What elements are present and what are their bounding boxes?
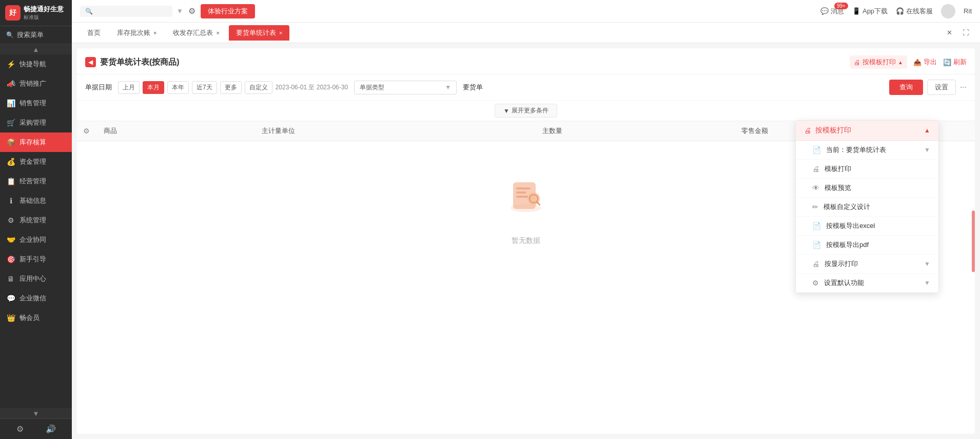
date-btn-this-year[interactable]: 本年 (167, 81, 189, 94)
table-th-unit: 主计量单位 (256, 121, 536, 141)
current-template-left: 📄 当前：要货单统计表 (812, 145, 886, 155)
table-th-settings[interactable]: ⚙ (77, 121, 97, 141)
message-icon: 💬 (820, 7, 829, 15)
date-btn-custom[interactable]: 自定义 (245, 81, 272, 94)
svg-rect-2 (516, 187, 531, 189)
sidebar-item-quick-nav[interactable]: ⚡ 快捷导航 (0, 54, 72, 74)
collab-icon: 🤝 (6, 236, 15, 244)
sidebar-scroll-down[interactable]: ▼ (0, 408, 72, 418)
empty-icon (503, 172, 549, 228)
dropdown-default-fn[interactable]: ⚙ 设置默认功能 ▼ (796, 274, 938, 293)
tab-collection-summary-close[interactable]: × (216, 30, 219, 36)
tab-close-all-btn[interactable]: ✕ (943, 27, 955, 39)
inventory-icon: 📦 (6, 138, 15, 146)
tab-collection-summary[interactable]: 收发存汇总表 × (166, 25, 226, 41)
operations-icon: 📋 (6, 177, 15, 185)
sidebar-scroll-up[interactable]: ▲ (0, 44, 72, 54)
sidebar-item-label: 营销推广 (19, 79, 66, 88)
member-icon: 👑 (6, 314, 15, 322)
sidebar-item-collab[interactable]: 🤝 企业协同 (0, 230, 72, 250)
page-title: 要货单统计表(按商品) (100, 57, 180, 68)
template-preview-icon: 👁 (812, 184, 819, 192)
tab-order-stats-close[interactable]: × (279, 30, 282, 36)
expand-more-filters-btn[interactable]: ▼ 展开更多条件 (495, 104, 557, 118)
logo-icon: 好 (5, 5, 21, 21)
sidebar-item-purchase[interactable]: 🛒 采购管理 (0, 113, 72, 132)
app-download-item[interactable]: 📱 App下载 (852, 7, 888, 16)
sidebar-item-inventory[interactable]: 📦 库存核算 (0, 132, 72, 152)
more-options-icon[interactable]: ··· (960, 83, 967, 92)
online-service-item[interactable]: 🎧 在线客服 (896, 7, 933, 16)
sidebar-item-operations[interactable]: 📋 经营管理 (0, 171, 72, 191)
tab-batch-accounts-label: 库存批次账 (117, 28, 150, 37)
print-template-btn[interactable]: 🖨 按模板打印 ▲ (850, 55, 907, 69)
order-type-select[interactable]: 单据类型 ▼ (354, 81, 457, 94)
wechat-icon: 💬 (6, 294, 15, 302)
logo-text: 畅捷通好生意 标准版 (24, 5, 64, 21)
dropdown-item-template-print[interactable]: 🖨 模板打印 (796, 160, 938, 179)
topbar-gear-icon[interactable]: ⚙ (188, 6, 195, 16)
tab-order-stats[interactable]: 要货单统计表 × (229, 25, 289, 41)
default-fn-arrow: ▼ (924, 279, 930, 287)
tab-batch-accounts-close[interactable]: × (153, 30, 156, 36)
sidebar-item-sales[interactable]: 📊 销售管理 (0, 93, 72, 113)
username-label: Rit (964, 7, 972, 15)
date-btn-last-month[interactable]: 上月 (118, 81, 140, 94)
topbar-dropdown-arrow[interactable]: ▼ (177, 7, 183, 15)
tab-home[interactable]: 首页 (80, 25, 108, 41)
table-column-settings-icon[interactable]: ⚙ (83, 127, 90, 135)
sidebar-item-label: 快捷导航 (19, 60, 66, 69)
settings-btn[interactable]: 设置 (927, 80, 956, 95)
date-btn-7days[interactable]: 近7天 (192, 81, 217, 94)
dropdown-item-template-design[interactable]: ✏ 模板自定义设计 (796, 198, 938, 217)
sidebar-search[interactable]: 🔍 搜索菜单 (0, 26, 72, 44)
collapse-sidebar-btn[interactable]: ◀ (85, 57, 96, 67)
right-scrollbar[interactable] (972, 211, 975, 272)
sidebar-item-member[interactable]: 👑 畅会员 (0, 308, 72, 328)
topbar-search[interactable]: 🔍 (80, 6, 172, 17)
refresh-btn[interactable]: 🔄 刷新 (943, 58, 967, 67)
dropdown-display-print[interactable]: 🖨 按显示打印 ▼ (796, 255, 938, 274)
sidebar-item-app-center[interactable]: 🖥 应用中心 (0, 269, 72, 289)
current-template-arrow: ▼ (924, 146, 930, 154)
tab-maximize-btn[interactable]: ⛶ (959, 27, 972, 39)
sidebar-item-basic-info[interactable]: ℹ 基础信息 (0, 191, 72, 211)
page-content: ◀ 要货单统计表(按商品) 🖨 按模板打印 ▲ 📤 导出 🔄 刷新 (77, 48, 975, 434)
messages-item[interactable]: 💬 消息 99+ (820, 7, 844, 16)
sidebar-item-marketing[interactable]: 📣 营销推广 (0, 74, 72, 93)
display-print-left: 🖨 按显示打印 (812, 259, 858, 269)
col-goods-label: 商品 (104, 127, 117, 135)
headset-icon: 🎧 (896, 7, 904, 15)
topbar-right: 💬 消息 99+ 📱 App下载 🎧 在线客服 Rit (820, 4, 972, 18)
dropdown-current-template[interactable]: 📄 当前：要货单统计表 ▼ (796, 141, 938, 160)
dropdown-item-template-preview[interactable]: 👁 模板预览 (796, 179, 938, 198)
app-tag: 标准版 (24, 14, 64, 21)
user-avatar[interactable] (941, 4, 955, 18)
date-btn-this-month[interactable]: 本月 (143, 81, 164, 94)
footer-speaker-icon[interactable]: 🔊 (46, 424, 56, 434)
dropdown-item-export-excel[interactable]: 📄 按模板导出excel (796, 217, 938, 236)
system-icon: ⚙ (6, 216, 15, 224)
sidebar-item-finance[interactable]: 💰 资金管理 (0, 152, 72, 171)
footer-settings-icon[interactable]: ⚙ (16, 424, 24, 434)
sidebar-item-wechat[interactable]: 💬 企业微信 (0, 289, 72, 308)
dropdown-header[interactable]: 🖨 按模板打印 ▲ (796, 121, 938, 141)
sidebar-item-guide[interactable]: 🎯 新手引导 (0, 250, 72, 269)
dropdown-header-left: 🖨 按模板打印 (804, 126, 851, 135)
order-goods-label: 要货单 (463, 83, 483, 92)
sidebar-item-system[interactable]: ⚙ 系统管理 (0, 211, 72, 230)
template-print-label: 模板打印 (825, 164, 851, 174)
sidebar-footer: ⚙ 🔊 (0, 418, 72, 439)
default-fn-left: ⚙ 设置默认功能 (812, 278, 864, 288)
date-btn-more[interactable]: 更多 (220, 81, 242, 94)
sidebar-item-label: 企业微信 (19, 294, 66, 303)
dropdown-item-export-pdf[interactable]: 📄 按模板导出pdf (796, 236, 938, 255)
tab-batch-accounts[interactable]: 库存批次账 × (110, 25, 164, 41)
sidebar-item-label: 系统管理 (19, 216, 66, 225)
dropdown-close-chevron[interactable]: ▲ (924, 127, 930, 134)
print-template-dropdown: 🖨 按模板打印 ▲ 📄 当前：要货单统计表 ▼ 🖨 模板打印 👁 模板 (795, 120, 939, 293)
trial-btn[interactable]: 体验行业方案 (201, 4, 255, 18)
export-btn[interactable]: 📤 导出 (913, 58, 937, 67)
app-download-label: App下载 (863, 7, 888, 16)
query-btn[interactable]: 查询 (889, 80, 923, 95)
